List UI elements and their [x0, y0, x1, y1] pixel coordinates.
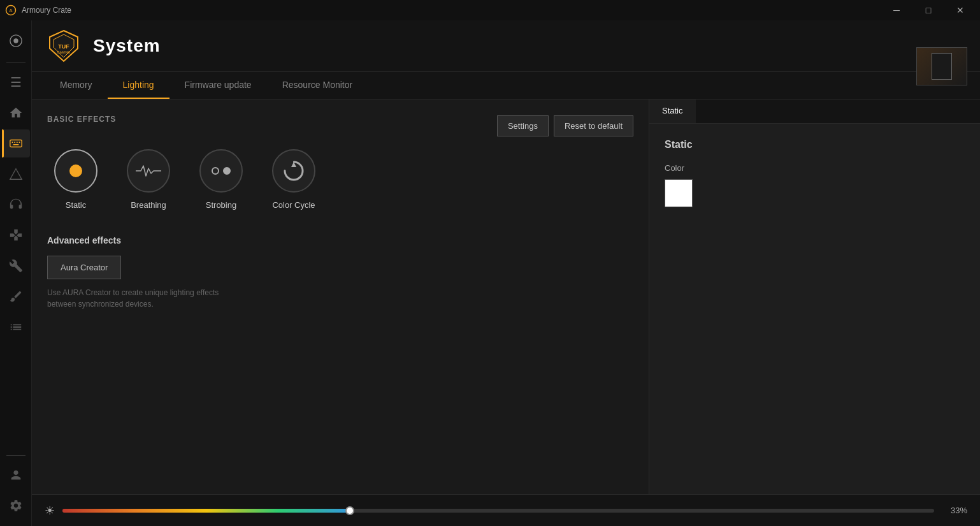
strobing-icon-circle — [199, 149, 243, 193]
sidebar-item-controller[interactable] — [2, 221, 30, 249]
sidebar-item-menu[interactable]: ☰ — [2, 68, 30, 96]
right-panel-tabs: Static — [649, 99, 980, 124]
aura-description: Use AURA Creator to create unique lighti… — [47, 287, 251, 310]
strobe-circle-2 — [223, 167, 231, 175]
keyboard-icon — [9, 136, 23, 150]
aura-creator-button[interactable]: Aura Creator — [47, 256, 121, 279]
brightness-bar: ☀ 33% — [32, 494, 980, 526]
brightness-slider[interactable] — [62, 509, 934, 513]
right-panel-section-title: Static — [665, 139, 965, 150]
svg-text:A: A — [9, 8, 12, 13]
strobing-icon — [212, 167, 231, 175]
titlebar-left: A Armoury Crate — [5, 4, 71, 16]
maximize-button[interactable]: □ — [914, 0, 943, 20]
sidebar-item-user[interactable] — [2, 461, 30, 489]
gear-icon — [9, 499, 23, 513]
sidebar: ☰ — [0, 20, 32, 526]
colorcycle-label: Color Cycle — [272, 200, 315, 210]
sidebar-item-home[interactable] — [2, 99, 30, 127]
strobe-circle-1 — [212, 167, 219, 175]
effect-strobing[interactable]: Strobing — [192, 149, 250, 210]
static-label: Static — [66, 200, 87, 210]
effect-static[interactable]: Static — [47, 149, 104, 210]
headset-icon — [9, 198, 23, 212]
breathing-icon-circle — [127, 149, 170, 193]
titlebar: A Armoury Crate ─ □ ✕ — [0, 0, 980, 20]
brightness-percentage: 33% — [942, 506, 967, 515]
header: TUF GAMING System — [32, 20, 980, 72]
menu-icon: ☰ — [10, 75, 22, 90]
colorcycle-icon — [281, 158, 306, 184]
controller-icon — [9, 228, 23, 242]
tuf-logo-icon: TUF GAMING — [47, 29, 80, 62]
header-logo: TUF GAMING — [45, 27, 83, 65]
colorcycle-icon-circle — [272, 149, 315, 193]
effect-breathing[interactable]: Breathing — [120, 149, 177, 210]
tools-icon — [9, 259, 23, 273]
main-content: TUF GAMING System Memory Lighting Firmwa… — [32, 20, 980, 526]
content-area: BASIC EFFECTS Settings Reset to default … — [32, 99, 980, 494]
list-icon — [9, 320, 23, 334]
breathing-label: Breathing — [131, 200, 166, 210]
active-indicator — [2, 129, 4, 157]
brightness-thumb[interactable] — [345, 506, 354, 515]
color-label: Color — [665, 163, 965, 173]
aura-icon — [9, 167, 23, 181]
sidebar-bottom — [2, 453, 30, 520]
effects-grid: Static Breathing — [47, 149, 633, 210]
tab-memory[interactable]: Memory — [45, 72, 108, 99]
right-panel-content: Static Color — [649, 124, 980, 494]
advanced-effects-section: Advanced effects Aura Creator Use AURA C… — [47, 235, 633, 310]
breathing-icon — [136, 162, 161, 180]
reset-button[interactable]: Reset to default — [554, 115, 633, 136]
sidebar-item-paint[interactable] — [2, 282, 30, 310]
minimize-button[interactable]: ─ — [882, 0, 911, 20]
header-action-buttons: Settings Reset to default — [497, 115, 633, 136]
svg-text:TUF: TUF — [58, 43, 69, 50]
sidebar-item-aura[interactable] — [2, 160, 30, 188]
page-title: System — [93, 36, 161, 56]
tabs: Memory Lighting Firmware update Resource… — [32, 72, 980, 99]
svg-rect-4 — [10, 140, 21, 147]
tab-resource[interactable]: Resource Monitor — [267, 72, 368, 99]
effect-colorcycle[interactable]: Color Cycle — [265, 149, 322, 210]
sidebar-logo — [2, 27, 30, 55]
paint-icon — [9, 289, 23, 303]
basic-effects-header: BASIC EFFECTS Settings Reset to default — [47, 115, 633, 136]
sidebar-item-keyboard[interactable] — [2, 129, 30, 157]
device-thumbnail-inner — [932, 53, 952, 80]
app-container: ☰ — [0, 20, 980, 526]
brightness-icon: ☀ — [45, 504, 55, 518]
svg-text:GAMING: GAMING — [57, 50, 70, 54]
sidebar-item-settings[interactable] — [2, 492, 30, 520]
titlebar-controls: ─ □ ✕ — [882, 0, 975, 20]
color-swatch[interactable] — [665, 179, 693, 207]
svg-point-3 — [13, 38, 18, 43]
right-panel-tab-spacer — [696, 99, 980, 123]
close-button[interactable]: ✕ — [946, 0, 975, 20]
svg-marker-10 — [10, 169, 21, 180]
sidebar-divider-2 — [6, 455, 25, 456]
right-panel: Static Static Color — [649, 99, 980, 494]
device-thumbnail — [916, 47, 967, 85]
brightness-fill — [62, 509, 350, 513]
basic-effects-title: BASIC EFFECTS — [47, 115, 116, 124]
user-icon — [9, 468, 23, 482]
tab-lighting[interactable]: Lighting — [108, 72, 169, 99]
sidebar-item-headset[interactable] — [2, 191, 30, 219]
rog-logo-icon — [9, 34, 23, 48]
static-icon — [69, 164, 82, 177]
left-panel: BASIC EFFECTS Settings Reset to default … — [32, 99, 649, 494]
home-icon — [9, 106, 23, 120]
right-panel-tab-static[interactable]: Static — [649, 99, 696, 123]
settings-button[interactable]: Settings — [497, 115, 549, 136]
advanced-effects-title: Advanced effects — [47, 235, 633, 245]
sidebar-divider-1 — [6, 62, 25, 63]
titlebar-title: Armoury Crate — [22, 6, 71, 15]
app-icon: A — [5, 4, 17, 16]
static-icon-circle — [54, 149, 97, 193]
tab-firmware[interactable]: Firmware update — [169, 72, 267, 99]
strobing-label: Strobing — [206, 200, 236, 210]
sidebar-item-tools[interactable] — [2, 252, 30, 280]
sidebar-item-list[interactable] — [2, 313, 30, 341]
